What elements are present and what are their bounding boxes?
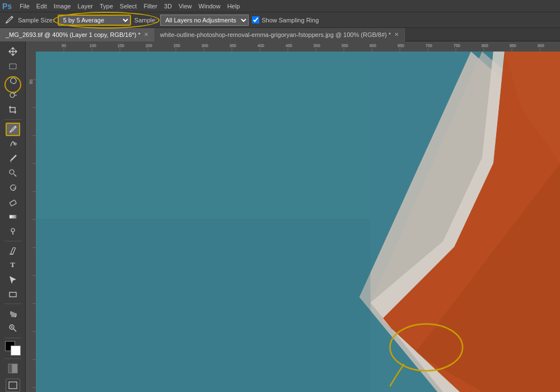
svg-rect-6: [10, 200, 16, 206]
svg-text:850: 850: [510, 44, 516, 48]
brush-tool[interactable]: [6, 152, 20, 165]
svg-rect-13: [9, 382, 17, 389]
svg-text:150: 150: [118, 44, 124, 48]
toolbar: T: [0, 41, 26, 392]
screen-mode-button[interactable]: [6, 379, 20, 392]
svg-text:650: 650: [398, 44, 404, 48]
svg-text:450: 450: [286, 44, 292, 48]
path-selection-tool[interactable]: [6, 273, 20, 286]
menu-filter[interactable]: Filter: [140, 2, 160, 11]
sample-size-select[interactable]: 5 by 5 Average Point Sample 3 by 3 Avera…: [58, 15, 131, 26]
svg-text:300: 300: [202, 44, 208, 48]
quick-mask-mode[interactable]: [6, 362, 20, 375]
menu-type[interactable]: Type: [96, 2, 116, 11]
svg-point-5: [10, 170, 14, 174]
sample-select[interactable]: All Layers no Adjustments Current Layer …: [160, 15, 249, 26]
svg-text:800: 800: [482, 44, 488, 48]
lasso-tool[interactable]: [6, 74, 20, 87]
scene-image: [36, 52, 560, 392]
svg-text:700: 700: [426, 44, 432, 48]
menu-layer[interactable]: Layer: [74, 2, 96, 11]
svg-point-3: [10, 130, 11, 132]
menu-3d[interactable]: 3D: [161, 2, 175, 11]
zoom-tool[interactable]: [6, 321, 20, 335]
eyedropper-icon: [3, 15, 15, 26]
svg-text:550: 550: [342, 44, 348, 48]
color-swatches[interactable]: [5, 341, 21, 356]
hand-tool[interactable]: [6, 307, 20, 320]
menu-view[interactable]: View: [175, 2, 195, 11]
svg-text:100: 100: [90, 44, 96, 48]
ruler-top-ticks: 50 100 150 200 250 300 350 400 450 500 5…: [36, 41, 560, 52]
svg-text:50: 50: [62, 44, 66, 48]
svg-rect-1: [10, 64, 16, 69]
menu-help[interactable]: Help: [224, 2, 244, 11]
svg-rect-9: [10, 292, 16, 297]
spot-healing-tool[interactable]: [6, 137, 20, 151]
gradient-tool[interactable]: [6, 210, 20, 223]
main-area: T: [0, 41, 560, 392]
type-tool[interactable]: T: [6, 259, 20, 272]
svg-text:750: 750: [454, 44, 460, 48]
shape-tool[interactable]: [6, 287, 20, 301]
svg-text:350: 350: [230, 44, 236, 48]
ruler-top: 50 100 150 200 250 300 350 400 450 500 5…: [36, 41, 560, 52]
menu-image[interactable]: Image: [50, 2, 74, 11]
ruler-corner: [26, 41, 36, 52]
svg-rect-12: [12, 364, 17, 373]
tab-0-label: _MG_2693.tif @ 400% (Layer 1 copy, RGB/1…: [6, 31, 141, 38]
menu-bar: Ps File Edit Image Layer Type Select Fil…: [0, 0, 560, 12]
sample-label: Sample:: [134, 17, 157, 24]
menu-edit[interactable]: Edit: [33, 2, 50, 11]
clone-stamp-tool[interactable]: [6, 166, 20, 180]
eyedropper-tool[interactable]: [6, 123, 20, 136]
dodge-tool[interactable]: [6, 225, 20, 238]
svg-rect-72: [36, 52, 371, 219]
svg-text:400: 400: [258, 44, 264, 48]
canvas-area[interactable]: 50 100 150 200 250 300 350 400 450 500 5…: [26, 41, 560, 392]
ruler-left: 50: [26, 52, 36, 392]
sample-size-label: Sample Size:: [18, 17, 54, 24]
svg-rect-51: [26, 52, 36, 392]
pen-tool[interactable]: [6, 244, 20, 258]
menu-select[interactable]: Select: [116, 2, 141, 11]
svg-text:200: 200: [146, 44, 152, 48]
svg-text:600: 600: [370, 44, 376, 48]
crop-tool[interactable]: [6, 103, 20, 116]
show-sampling-ring-label[interactable]: Show Sampling Ring: [252, 16, 319, 24]
tab-1-close[interactable]: ✕: [394, 31, 399, 38]
menu-file[interactable]: File: [16, 2, 33, 11]
tab-0[interactable]: _MG_2693.tif @ 400% (Layer 1 copy, RGB/1…: [0, 28, 155, 41]
menu-window[interactable]: Window: [195, 2, 224, 11]
options-bar: Sample Size: 5 by 5 Average Point Sample…: [0, 12, 560, 28]
eraser-tool[interactable]: [6, 195, 20, 209]
svg-text:900: 900: [538, 44, 544, 48]
tabs-bar: _MG_2693.tif @ 400% (Layer 1 copy, RGB/1…: [0, 28, 560, 41]
tab-1[interactable]: white-outline-photoshop-removal-emma-gri…: [155, 28, 405, 41]
svg-text:50: 50: [29, 80, 33, 84]
svg-text:250: 250: [174, 44, 180, 48]
ps-logo: Ps: [2, 2, 12, 11]
rectangular-marquee-tool[interactable]: [6, 59, 20, 73]
show-sampling-ring-checkbox[interactable]: [252, 16, 259, 24]
background-color[interactable]: [11, 346, 21, 356]
history-brush-tool[interactable]: [6, 181, 20, 194]
tab-1-label: white-outline-photoshop-removal-emma-gri…: [160, 31, 391, 38]
svg-point-0: [6, 21, 8, 23]
move-tool[interactable]: [6, 45, 20, 58]
svg-rect-11: [8, 364, 12, 373]
svg-rect-73: [36, 219, 371, 392]
svg-text:500: 500: [314, 44, 320, 48]
quick-selection-tool[interactable]: [6, 88, 20, 102]
canvas[interactable]: [36, 52, 560, 392]
svg-point-8: [11, 228, 15, 232]
ruler-left-ticks: 50: [26, 52, 36, 392]
svg-point-2: [10, 93, 15, 97]
svg-rect-7: [10, 215, 16, 218]
tab-0-close[interactable]: ✕: [144, 31, 148, 38]
